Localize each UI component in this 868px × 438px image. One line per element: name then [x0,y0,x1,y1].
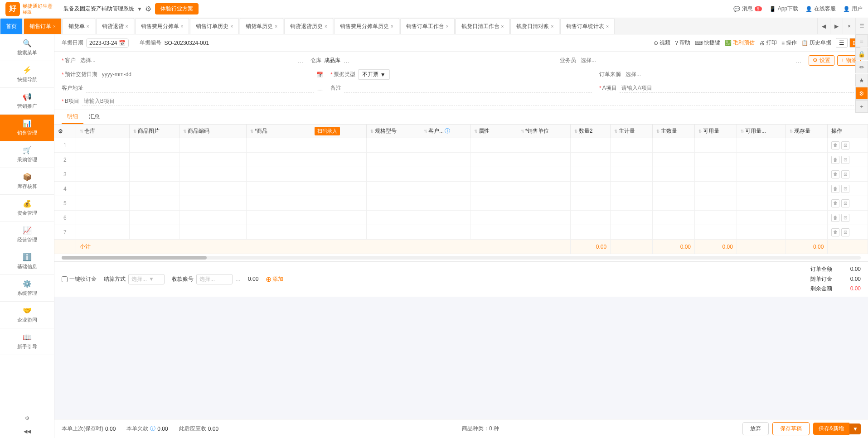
close-icon[interactable]: × [275,24,277,29]
row-copy-4[interactable]: ⊡ [841,185,849,193]
row-copy-7[interactable]: ⊡ [841,228,849,236]
tab-sales-return-history[interactable]: 销货退货历史 × [284,18,333,34]
video-btn[interactable]: ⊙ 视频 [654,39,670,47]
tabs-next-btn[interactable]: ▶ [830,18,843,34]
address-more-icon[interactable]: … [317,85,323,92]
online-service-item[interactable]: 👤 在线客服 [805,5,836,13]
horizontal-scrollbar[interactable] [62,256,861,260]
print-btn[interactable]: 🖨 打印 [759,39,777,47]
sort-stock-icon[interactable]: ⇅ [790,129,793,134]
row-copy-2[interactable]: ⊡ [841,156,849,164]
row-copy-1[interactable]: ⊡ [841,141,849,149]
tab-sales-stats[interactable]: 销售订单统计表 × [560,18,615,34]
tab-home[interactable]: 首页 [0,18,23,34]
gear-th-icon[interactable]: ⚙ [58,128,63,135]
one-click-deposit-checkbox[interactable] [62,276,68,282]
customer-more-icon[interactable]: … [297,57,303,64]
sidebar-item-purchase[interactable]: 🛒 采购管理 [0,141,54,168]
tab-sales-workbench[interactable]: 销售订单工作台 × [400,18,455,34]
discard-btn[interactable]: 放弃 [742,422,769,435]
sidebar-item-guide[interactable]: 📖 新手引导 [0,328,54,355]
row-delete-3[interactable]: 🗑 [831,170,839,178]
sort-spec-icon[interactable]: ⇅ [370,129,374,134]
tabs-close-btn[interactable]: × [843,18,855,34]
sort-mainqty-icon[interactable]: ⇅ [656,129,660,134]
rfp-list-btn[interactable]: ≡ [855,34,868,47]
bank-more-icon[interactable]: … [235,276,241,282]
sort-attr-icon[interactable]: ⇅ [474,129,478,134]
customer-input[interactable] [78,56,295,65]
notification-item[interactable]: 💬 消息 9 [733,5,762,13]
sort-product-icon[interactable]: ⇅ [250,129,254,134]
close-icon[interactable]: × [501,24,504,29]
staff-input[interactable] [579,56,792,65]
setup-btn[interactable]: ⚙ 设置 [809,55,834,66]
row-delete-7[interactable]: 🗑 [831,228,839,236]
sort-available2-icon[interactable]: ⇅ [741,129,744,134]
sort-unit-icon[interactable]: ⇅ [521,129,524,134]
row-copy-5[interactable]: ⊡ [841,199,849,207]
sort-warehouse-icon[interactable]: ⇅ [80,129,83,134]
sidebar-item-sales[interactable]: 📊 销售管理 [0,115,54,141]
scroll-thumb[interactable] [62,256,207,260]
help-btn[interactable]: ? 帮助 [675,39,690,47]
row-copy-6[interactable]: ⊡ [841,214,849,222]
tab-sales-return[interactable]: 销货退货 × [96,18,134,34]
save-draft-btn[interactable]: 保存草稿 [772,422,810,435]
save-new-btn[interactable]: 保存&新增 [813,423,849,435]
close-icon[interactable]: × [181,24,184,29]
sort-mainunit-icon[interactable]: ⇅ [614,129,618,134]
tab-daily-reconcile[interactable]: 钱货日清对账 × [510,18,559,34]
sidebar-item-basic[interactable]: ℹ️ 基础信息 [0,248,54,275]
warehouse-more-icon[interactable]: … [343,57,349,64]
close-icon[interactable]: × [230,24,233,29]
sidebar-item-inventory[interactable]: 📦 库存核算 [0,168,54,195]
close-sales-order-icon[interactable]: × [53,24,56,29]
a-project-input[interactable] [620,83,861,93]
sort-qty2-icon[interactable]: ⇅ [574,129,578,134]
shortcut-btn[interactable]: ⌨ 快捷键 [695,39,720,47]
sidebar-item-finance[interactable]: 💰 资金管理 [0,195,54,221]
row-delete-6[interactable]: 🗑 [831,214,839,222]
row-delete-2[interactable]: 🗑 [831,156,839,164]
sidebar-settings-btn[interactable]: ⚙ [0,412,54,425]
row-copy-3[interactable]: ⊡ [841,170,849,178]
sidebar-collapse-btn[interactable]: ◀◀ [0,425,54,438]
tab-sales-expense-history[interactable]: 销售费用分摊单历史 × [334,18,399,34]
invoice-select[interactable]: 不开票 ▼ [358,69,390,80]
rfp-add-btn[interactable]: + [855,100,868,113]
sort-ccode-icon[interactable]: ⇅ [424,129,427,134]
profit-estimate-btn[interactable]: 💹 毛利预估 [725,39,755,47]
tab-detail[interactable]: 明细 [62,110,83,124]
close-icon[interactable]: × [126,24,128,29]
payment-method-select[interactable]: 选择... ▼ [128,274,165,284]
user-item[interactable]: 👤 用户 [843,5,863,13]
system-dropdown-btn[interactable]: ▼ [137,6,142,12]
sidebar-item-marketing[interactable]: 📢 营销推广 [0,88,54,115]
add-link[interactable]: ⊕ 添加 [266,275,283,284]
row-delete-5[interactable]: 🗑 [831,199,839,207]
tab-sales-expense[interactable]: 销售费用分摊单 × [135,18,189,34]
order-source-input[interactable] [624,70,861,79]
tab-sales-list[interactable]: 销货单 × [63,18,95,34]
tab-sales-order-history[interactable]: 销售订单历史 × [190,18,239,34]
b-project-input[interactable] [82,96,861,106]
list-view-btn[interactable]: ☰ [836,38,848,48]
settings-btn[interactable]: ⚙ [145,5,151,13]
history-order-btn[interactable]: 📋 历史单据 [801,39,831,47]
sidebar-item-search[interactable]: 🔍 搜索菜单 [0,34,54,61]
rfp-edit-btn[interactable]: ✏ [855,61,868,73]
tabs-prev-btn[interactable]: ◀ [817,18,830,34]
one-click-deposit-label[interactable]: 一键收订金 [62,275,97,283]
close-icon[interactable]: × [87,24,89,29]
tabs-menu-btn[interactable]: ☰ [855,18,868,34]
sort-available-icon[interactable]: ⇅ [698,129,702,134]
rfp-orange-btn[interactable]: ⚙ [855,87,868,100]
tab-summary[interactable]: 汇总 [83,110,105,124]
tab-daily-workbench[interactable]: 钱货日清工作台 × [456,18,510,34]
operation-btn[interactable]: ≡ 操作 [781,39,797,47]
app-download-item[interactable]: 📱 App下载 [769,5,798,13]
row-delete-1[interactable]: 🗑 [831,141,839,149]
tab-sales-list-history[interactable]: 销货单历史 × [240,18,283,34]
sort-code-icon[interactable]: ⇅ [183,129,187,134]
